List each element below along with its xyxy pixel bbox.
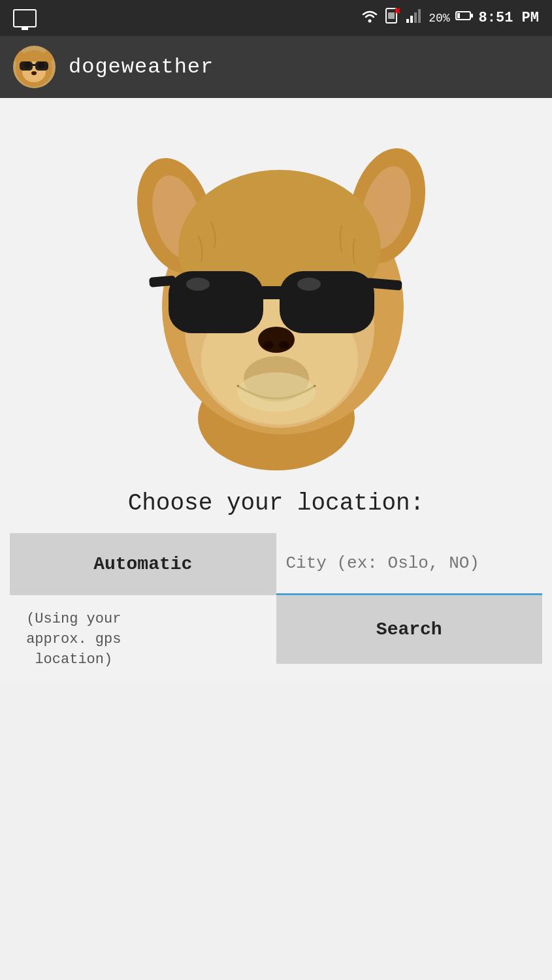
svg-rect-20: [35, 61, 48, 71]
app-title-text: dogeweather: [69, 55, 214, 79]
city-search-container: [276, 533, 543, 595]
svg-point-42: [297, 278, 321, 291]
status-right: 20% 8:51 PM: [361, 7, 539, 29]
sim-icon: [384, 7, 401, 29]
svg-point-35: [237, 372, 316, 412]
svg-point-18: [31, 71, 37, 75]
search-button[interactable]: Search: [276, 595, 543, 664]
gps-note: (Using your approx. gps location): [10, 610, 138, 670]
signal-bars-icon: [406, 8, 423, 27]
gps-note-col: (Using your approx. gps location): [10, 595, 276, 670]
svg-rect-7: [414, 12, 417, 23]
svg-rect-36: [169, 271, 263, 333]
svg-point-32: [263, 341, 274, 349]
search-col: Search: [276, 595, 543, 670]
svg-rect-19: [20, 61, 33, 71]
screen-icon: [13, 9, 37, 27]
location-title: Choose your location:: [10, 490, 542, 517]
svg-rect-2: [388, 12, 395, 19]
svg-rect-10: [457, 13, 460, 18]
city-input[interactable]: [276, 533, 543, 595]
doge-illustration: [113, 105, 440, 470]
doge-image-area: [0, 98, 552, 477]
svg-rect-21: [32, 64, 37, 66]
svg-rect-8: [418, 9, 421, 23]
time-display: 8:51 PM: [479, 10, 539, 26]
location-section: Choose your location: Automatic (Using y…: [0, 477, 552, 683]
svg-rect-6: [410, 16, 413, 23]
battery-percent: 20%: [429, 12, 449, 25]
svg-rect-5: [406, 19, 409, 23]
automatic-button[interactable]: Automatic: [10, 533, 276, 595]
svg-point-0: [368, 20, 372, 23]
location-controls: Automatic: [10, 533, 542, 595]
app-logo: [13, 46, 56, 88]
svg-point-31: [258, 327, 295, 353]
status-bar: 20% 8:51 PM: [0, 0, 552, 36]
app-header: dogeweather: [0, 36, 552, 98]
svg-rect-38: [260, 286, 293, 299]
svg-rect-11: [471, 14, 473, 18]
status-left: [13, 9, 37, 27]
wifi-icon: [361, 8, 379, 27]
svg-point-33: [279, 341, 289, 349]
bottom-row: (Using your approx. gps location) Search: [10, 595, 542, 670]
main-content: Choose your location: Automatic (Using y…: [0, 98, 552, 683]
svg-rect-37: [280, 271, 374, 333]
battery-icon: [455, 10, 474, 26]
svg-point-41: [186, 278, 210, 291]
